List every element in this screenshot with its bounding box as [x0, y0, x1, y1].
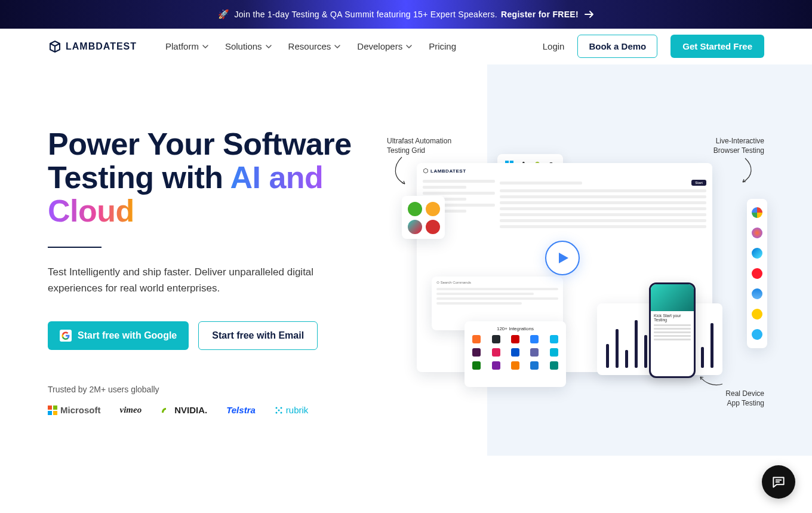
mock-text: ⊙ Search Commands	[436, 280, 558, 284]
integration-icon	[530, 348, 539, 357]
nav-item-pricing[interactable]: Pricing	[429, 41, 456, 51]
caption-line: Real Device	[725, 389, 764, 398]
svg-rect-1	[53, 406, 57, 410]
logo-label: NVIDIA.	[174, 405, 207, 415]
logo-vimeo: vimeo	[120, 405, 142, 415]
nav-item-developers[interactable]: Developers	[357, 41, 412, 51]
selenium-icon	[408, 202, 422, 216]
integration-icon	[530, 335, 539, 343]
nav-menu: Platform Solutions Resources Developers …	[165, 41, 456, 51]
integrations-panel: 120+ Integrations	[465, 321, 566, 387]
cta-row: Start free with Google Start free with E…	[48, 321, 363, 350]
divider	[48, 247, 102, 248]
get-started-button[interactable]: Get Started Free	[670, 35, 764, 58]
caption-line: App Testing	[727, 399, 765, 407]
chevron-down-icon	[334, 45, 340, 48]
integration-icon	[511, 348, 519, 357]
puppeteer-icon	[426, 220, 440, 234]
svg-rect-0	[48, 406, 52, 410]
analytics-bar	[606, 344, 609, 368]
integration-icon	[472, 348, 481, 357]
svg-point-5	[280, 407, 282, 408]
curve-arrow-icon	[734, 155, 758, 188]
analytics-bar	[710, 323, 713, 368]
login-link[interactable]: Login	[543, 41, 565, 51]
chevron-down-icon	[202, 45, 208, 48]
svg-point-4	[275, 407, 277, 408]
nav-label: Developers	[357, 41, 402, 51]
svg-point-6	[275, 411, 277, 413]
trusted-logos: Microsoft vimeo NVIDIA. Telstra rubrik	[48, 405, 363, 415]
announcement-bar[interactable]: 🚀 Join the 1-day Testing & QA Summit fea…	[0, 0, 812, 29]
integrations-title: 120+ Integrations	[469, 326, 561, 331]
start-google-label: Start free with Google	[78, 330, 177, 341]
phone-screen	[651, 284, 694, 311]
integration-icon	[472, 361, 481, 370]
announcement-cta[interactable]: Register for FREE!	[501, 10, 579, 19]
start-email-button[interactable]: Start free with Email	[198, 321, 318, 350]
edge-icon	[752, 248, 762, 259]
nav-label: Platform	[165, 41, 199, 51]
chevron-down-icon	[406, 45, 412, 48]
hero-right: Ultrafast Automation Testing Grid Live-I…	[363, 64, 764, 456]
integration-icon	[550, 348, 558, 357]
integration-icon	[550, 361, 558, 370]
analytics-bar	[701, 347, 704, 368]
google-icon	[60, 330, 72, 342]
play-icon	[558, 251, 570, 265]
caption-automation: Ultrafast Automation Testing Grid	[387, 136, 451, 155]
integration-icon	[492, 361, 500, 370]
logo-label: Microsoft	[60, 405, 101, 415]
playwright-icon	[408, 220, 422, 234]
mock-brand-label: LAMBDATEST	[430, 168, 466, 174]
logo-label: rubrik	[286, 405, 309, 415]
announcement-text: Join the 1-day Testing & QA Summit featu…	[234, 10, 497, 19]
ie-icon	[752, 329, 762, 340]
brand-logo[interactable]: LAMBDATEST	[48, 39, 137, 54]
start-google-button[interactable]: Start free with Google	[48, 321, 189, 350]
caption-real-device: Real Device App Testing	[725, 389, 764, 408]
hero-left: Power Your Software Testing with AI and …	[48, 64, 363, 456]
nvidia-icon	[161, 407, 171, 414]
caption-line: Live-Interactive	[716, 137, 764, 145]
nav-item-solutions[interactable]: Solutions	[225, 41, 272, 51]
integration-icon	[550, 335, 558, 343]
book-demo-button[interactable]: Book a Demo	[577, 35, 657, 58]
nav-label: Solutions	[225, 41, 262, 51]
logo-nvidia: NVIDIA.	[161, 405, 207, 415]
main-nav: LAMBDATEST Platform Solutions Resources …	[0, 29, 812, 64]
svg-rect-3	[53, 411, 57, 415]
microsoft-icon	[48, 406, 57, 415]
rubrik-icon	[275, 406, 283, 414]
brand-name: LAMBDATEST	[66, 41, 137, 52]
play-video-button[interactable]	[545, 241, 580, 275]
svg-rect-2	[48, 411, 52, 415]
mock-start-tag: Start	[691, 180, 706, 186]
analytics-bar	[644, 335, 647, 368]
hero-title: Power Your Software Testing with AI and …	[48, 127, 363, 228]
yandex-icon	[752, 309, 762, 320]
nav-label: Pricing	[429, 41, 456, 51]
logo-microsoft: Microsoft	[48, 405, 101, 415]
arrow-right-icon	[585, 11, 594, 18]
cypress-icon	[426, 202, 440, 216]
svg-point-7	[280, 411, 282, 413]
svg-point-8	[278, 409, 279, 411]
caption-line: Ultrafast Automation	[387, 137, 451, 145]
trusted-text: Trusted by 2M+ users globally	[48, 385, 363, 394]
integration-icon	[530, 361, 539, 370]
logo-telstra: Telstra	[226, 405, 256, 415]
hero-section: Power Your Software Testing with AI and …	[0, 64, 812, 456]
nav-right: Login Book a Demo Get Started Free	[543, 35, 764, 58]
logo-mark-icon	[48, 39, 62, 54]
caption-line: Browser Testing	[713, 146, 764, 155]
safari-icon	[752, 288, 762, 299]
logo-rubrik: rubrik	[275, 405, 309, 415]
browser-icons-panel	[747, 199, 767, 348]
caption-live-browser: Live-Interactive Browser Testing	[713, 136, 764, 155]
integration-icon	[511, 361, 519, 370]
curve-arrow-icon	[390, 154, 414, 190]
nav-item-resources[interactable]: Resources	[288, 41, 341, 51]
nav-item-platform[interactable]: Platform	[165, 41, 208, 51]
analytics-bar	[616, 329, 619, 368]
